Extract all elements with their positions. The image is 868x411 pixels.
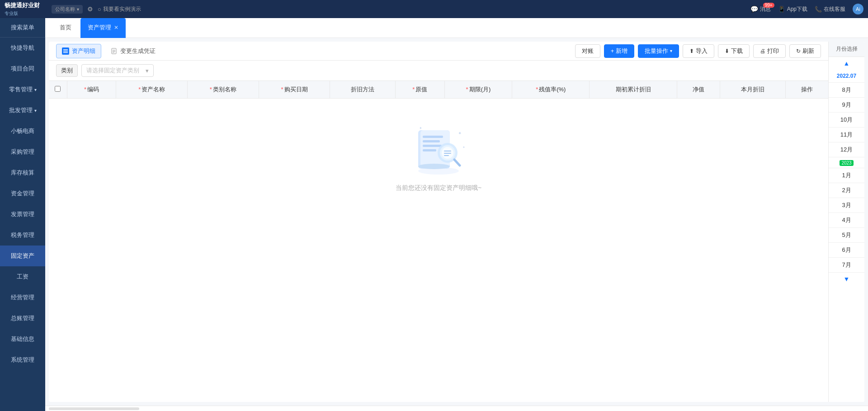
month-2022-aug[interactable]: 8月 (829, 83, 864, 98)
svg-text:✦: ✦ (462, 146, 465, 149)
svg-rect-0 (63, 49, 68, 50)
refresh-button[interactable]: ↻ 刷新 (789, 44, 821, 58)
month-nav-up[interactable]: ▲ (829, 57, 864, 70)
month-2022-sep[interactable]: 9月 (829, 98, 864, 113)
empty-text: 当前您还没有固定资产明细哦~ (396, 184, 481, 192)
tab-home[interactable]: 首页 (52, 18, 79, 38)
sidebar-item-system[interactable]: 系统管理 (0, 350, 45, 370)
import-button[interactable]: ⬆ 导入 (683, 44, 714, 58)
month-2022-nov[interactable]: 11月 (829, 128, 864, 142)
sidebar-item-wholesale[interactable]: 批发管理 ▾ (0, 100, 45, 121)
online-service-button[interactable]: 📞 在线客服 (815, 5, 845, 13)
empty-row: ✦ ✦ ✦ 当前您还没有固定资产明细哦~ (49, 99, 828, 220)
month-2023-jan[interactable]: 1月 (829, 168, 864, 183)
sidebar-item-search[interactable]: 搜索菜单 (0, 18, 45, 38)
month-2022-oct[interactable]: 10月 (829, 113, 864, 128)
category-filter-select[interactable]: 请选择固定资产类别 ▾ (81, 64, 154, 77)
content-area: 首页 资产管理 ✕ (45, 18, 868, 411)
svg-rect-12 (423, 145, 442, 147)
table-container: *编码 *资产名称 *类别名称 *购买日期 折旧方法 *原值 *期限(月) *残… (49, 81, 828, 402)
assets-table: *编码 *资产名称 *类别名称 *购买日期 折旧方法 *原值 *期限(月) *残… (49, 81, 828, 219)
add-button[interactable]: + 新增 (604, 44, 634, 58)
year-badge: 2023 (840, 160, 853, 166)
sidebar-item-ledger[interactable]: 总账管理 (0, 308, 45, 329)
svg-rect-11 (423, 140, 440, 142)
month-2023-jul[interactable]: 7月 (829, 258, 864, 273)
sidebar-item-quicknav[interactable]: 快捷导航 (0, 38, 45, 58)
filter-chevron-icon: ▾ (146, 67, 149, 74)
sidebar: 搜索菜单 快捷导航 项目合同 零售管理 ▾ 批发管理 ▾ 小畅电商 采购管理 库… (0, 18, 45, 411)
month-2023-feb[interactable]: 2月 (829, 183, 864, 198)
sidebar-item-ecommerce[interactable]: 小畅电商 (0, 121, 45, 142)
filter-bar: 类别 请选择固定资产类别 ▾ (49, 61, 828, 81)
subtab-voucher-change[interactable]: 变更生成凭证 (105, 44, 161, 58)
svg-rect-13 (423, 149, 436, 151)
download-button[interactable]: ⬇ 下载 (718, 44, 750, 58)
batch-operations-button[interactable]: 批量操作 ▾ (638, 44, 679, 58)
col-operations: 操作 (785, 81, 828, 99)
col-purchase-date: *购买日期 (259, 81, 330, 99)
svg-text:✦: ✦ (419, 126, 422, 130)
messages-button[interactable]: 💬 消息 99+ (750, 5, 771, 13)
sidebar-item-retail[interactable]: 零售管理 ▾ (0, 79, 45, 100)
select-all-checkbox[interactable] (55, 86, 61, 92)
category-filter-label: 类别 (56, 64, 78, 77)
svg-point-14 (418, 164, 450, 169)
user-avatar[interactable]: Ai (853, 4, 863, 14)
print-icon: 🖨 (760, 48, 765, 54)
reconcile-button[interactable]: 对账 (575, 44, 600, 58)
print-button[interactable]: 🖨 打印 (753, 44, 786, 58)
brand-logo: 畅捷通好业财 专业版 (5, 1, 40, 17)
demo-link[interactable]: ○ 我要看实例演示 (98, 5, 141, 13)
sidebar-item-purchase[interactable]: 采购管理 (0, 142, 45, 162)
chevron-down-icon: ▾ (77, 7, 79, 12)
tab-close-icon[interactable]: ✕ (114, 24, 118, 31)
company-selector[interactable]: 公司名称 ▾ (52, 5, 83, 14)
select-all-header[interactable] (49, 81, 67, 99)
month-panel: 月份选择 ▲ 2022.07 8月 9月 10月 11月 12月 2023 1月… (828, 42, 864, 402)
sidebar-item-operations[interactable]: 经营管理 (0, 287, 45, 308)
month-2023-apr[interactable]: 4月 (829, 213, 864, 228)
col-accumulated-depreciation: 期初累计折旧 (590, 81, 677, 99)
app-download-button[interactable]: 📱 App下载 (778, 5, 807, 13)
nav-down-icon[interactable]: ▼ (842, 274, 851, 283)
list-icon (62, 47, 69, 55)
top-bar-right: 💬 消息 99+ 📱 App下载 📞 在线客服 Ai (750, 4, 863, 14)
svg-rect-2 (63, 52, 68, 53)
col-name: *资产名称 (116, 81, 188, 99)
col-net-value: 净值 (677, 81, 720, 99)
dropdown-arrow-icon: ▾ (670, 48, 672, 53)
sidebar-item-inventory[interactable]: 库存核算 (0, 162, 45, 183)
sidebar-item-assets[interactable]: 固定资产 (0, 246, 45, 266)
settings-button[interactable]: ⚙ (87, 5, 93, 13)
month-2023-jun[interactable]: 6月 (829, 243, 864, 258)
doc-icon (110, 47, 118, 55)
month-2023-may[interactable]: 5月 (829, 228, 864, 243)
refresh-icon: ↻ (796, 48, 801, 54)
sidebar-item-basic-info[interactable]: 基础信息 (0, 329, 45, 350)
col-depreciation-method: 折旧方法 (330, 81, 395, 99)
inner-content: 资产明细 变更生成凭证 (49, 42, 828, 402)
col-code: *编码 (67, 81, 116, 99)
bottom-scrollbar[interactable] (45, 406, 868, 411)
month-2023-mar[interactable]: 3月 (829, 198, 864, 213)
horizontal-scrollbar-thumb[interactable] (49, 407, 139, 410)
subtab-asset-detail[interactable]: 资产明细 (56, 44, 101, 58)
download-icon: ⬇ (725, 48, 729, 54)
page-content: 资产明细 变更生成凭证 (49, 42, 864, 402)
svg-rect-10 (423, 136, 443, 138)
col-category: *类别名称 (188, 81, 259, 99)
sidebar-item-finance[interactable]: 资金管理 (0, 183, 45, 204)
sidebar-item-salary[interactable]: 工资 (0, 266, 45, 287)
svg-text:✦: ✦ (458, 131, 462, 136)
sidebar-item-invoice[interactable]: 发票管理 (0, 204, 45, 225)
sidebar-item-project[interactable]: 项目合同 (0, 58, 45, 79)
sidebar-item-tax[interactable]: 税务管理 (0, 225, 45, 246)
tab-asset-management[interactable]: 资产管理 ✕ (80, 18, 126, 38)
month-2022-dec[interactable]: 12月 (829, 142, 864, 157)
chevron-icon: ▾ (34, 87, 37, 92)
empty-state: ✦ ✦ ✦ 当前您还没有固定资产明细哦~ (49, 99, 828, 219)
month-nav-down[interactable]: ▼ (829, 273, 864, 285)
current-period[interactable]: 2022.07 (829, 70, 864, 83)
nav-up-icon[interactable]: ▲ (842, 59, 851, 68)
